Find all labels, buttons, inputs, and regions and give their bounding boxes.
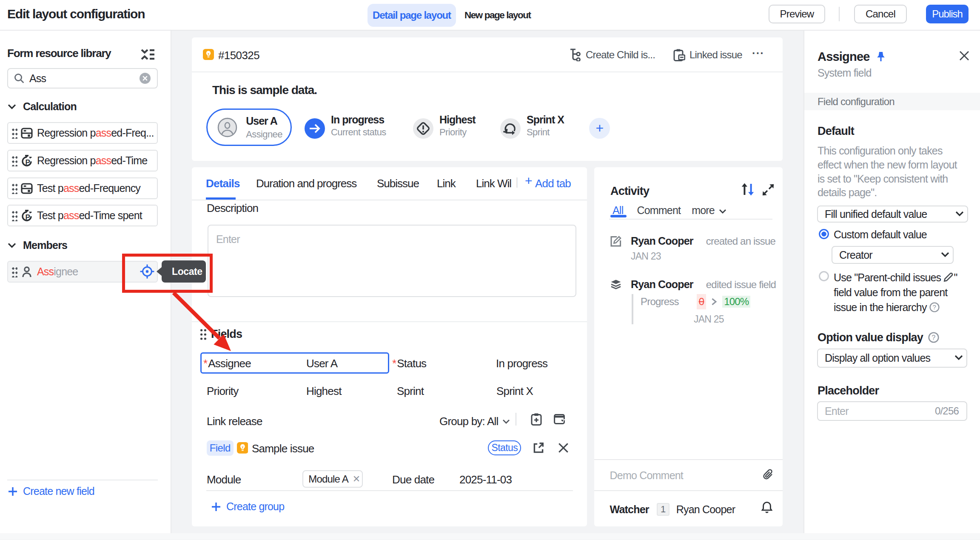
svg-text:P: P — [25, 158, 30, 166]
svg-text:?: ? — [932, 303, 936, 311]
svg-text:?: ? — [932, 334, 935, 341]
svg-text:P: P — [25, 213, 30, 221]
